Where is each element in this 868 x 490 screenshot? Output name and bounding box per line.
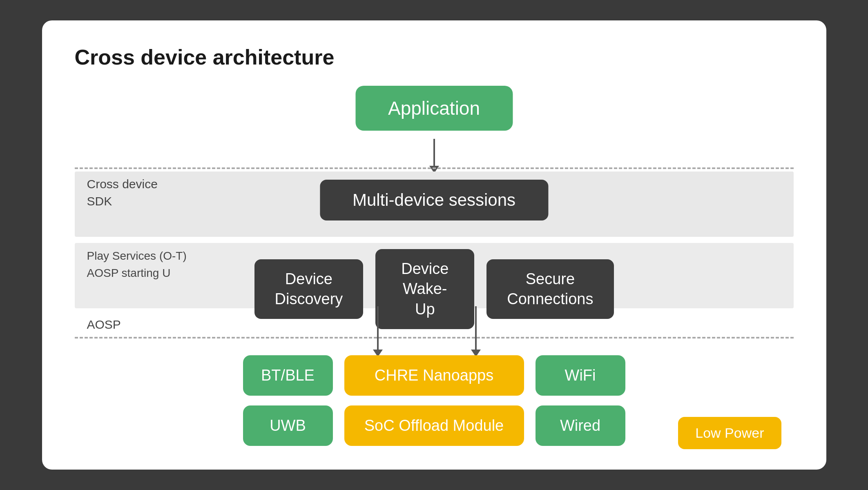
wifi-box: WiFi bbox=[536, 355, 625, 396]
aosp-label: AOSP bbox=[87, 318, 121, 332]
wired-box: Wired bbox=[536, 405, 625, 446]
sdk-label: Cross device SDK bbox=[87, 176, 158, 210]
play-label: Play Services (O-T) AOSP starting U bbox=[87, 247, 187, 282]
arrow-discovery-down bbox=[377, 306, 379, 351]
chre-box: CHRE Nanoapps bbox=[344, 355, 524, 396]
bottom-grid: BT/BLE CHRE Nanoapps WiFi UWB SoC Offloa… bbox=[243, 355, 625, 446]
dashed-line-top bbox=[75, 167, 794, 169]
page-title: Cross device architecture bbox=[75, 45, 794, 69]
arrow-wakeup-down bbox=[475, 306, 477, 351]
btble-box: BT/BLE bbox=[243, 355, 333, 396]
diagram-area: Application Cross device SDK Multi-devic… bbox=[75, 86, 794, 461]
uwb-box: UWB bbox=[243, 405, 333, 446]
arrow-app-to-sdk bbox=[433, 139, 435, 167]
multi-device-box: Multi-device sessions bbox=[320, 180, 548, 220]
secure-connections-box: Secure Connections bbox=[486, 259, 614, 319]
low-power-badge: Low Power bbox=[678, 417, 781, 449]
device-wakeup-box: Device Wake-Up bbox=[375, 249, 474, 329]
dashed-line-mid bbox=[75, 337, 794, 339]
services-boxes: Device Discovery Device Wake-Up Secure C… bbox=[254, 249, 614, 329]
device-discovery-box: Device Discovery bbox=[254, 259, 364, 319]
soc-box: SoC Offload Module bbox=[344, 405, 524, 446]
application-box: Application bbox=[355, 86, 513, 131]
main-card: Cross device architecture Application Cr… bbox=[42, 20, 826, 470]
